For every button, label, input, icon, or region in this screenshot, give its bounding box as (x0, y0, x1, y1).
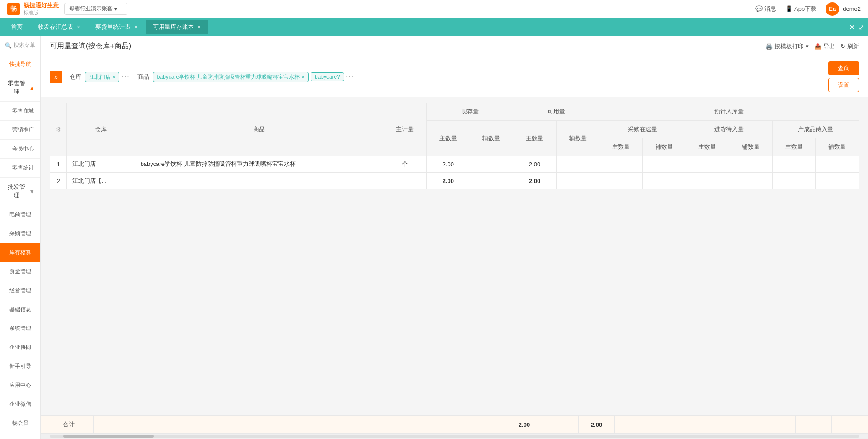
sidebar-item-wholesale-label: 批发管理 (5, 183, 27, 199)
sidebar-item-member[interactable]: 会员中心 (0, 140, 40, 159)
logo-area: 畅 畅捷通好生意 标准版 (7, 2, 59, 16)
row-2-production-aux (816, 173, 859, 189)
sidebar-item-app-center-label: 应用中心 (9, 382, 31, 389)
industry-select[interactable]: 母婴行业演示账套 ▾ (64, 3, 127, 15)
row-2-warehouse: 江北门店【... (67, 173, 135, 189)
sidebar-search[interactable]: 🔍 搜索菜单 (0, 36, 40, 55)
table-container: ⚙ 仓库 商品 主计量 现存量 可用量 预计入库量 主数量 辅数量 主数量 辅数… (41, 97, 868, 415)
sidebar-item-finance[interactable]: 资金管理 (0, 262, 40, 281)
footer-empty-1 (41, 416, 57, 434)
warehouse-tag-1-close[interactable]: × (113, 74, 115, 80)
scrollbar-thumb[interactable] (63, 435, 154, 438)
avatar-text: Ea (829, 5, 836, 12)
tab-stock-summary-close[interactable]: × (77, 24, 80, 30)
sidebar-item-collaboration[interactable]: 企业协同 (0, 338, 40, 357)
search-icon: 🔍 (5, 42, 12, 49)
sidebar-item-vip[interactable]: 畅会员 (0, 414, 40, 433)
sidebar-item-wholesale[interactable]: 批发管理 ▼ (0, 178, 40, 205)
row-1-unit: 个 (383, 156, 427, 173)
col-avail-aux-header: 辅数量 (556, 121, 599, 156)
footer-stock-main: 2.00 (506, 416, 542, 434)
page-header: 可用量查询(按仓库+商品) 🖨️ 按模板打印 ▾ 📤 导出 ↻ 刷新 (41, 36, 868, 57)
sidebar-item-basic-info[interactable]: 基础信息 (0, 300, 40, 319)
tab-available-stock-close[interactable]: × (198, 24, 201, 30)
product-label: 商品 (137, 73, 149, 81)
sidebar-item-newbie-label: 新手引导 (9, 363, 31, 370)
setting-button[interactable]: 设置 (828, 78, 859, 92)
footer-purchase-transit-main (651, 416, 687, 434)
tab-home[interactable]: 首页 (4, 20, 30, 34)
row-2-purchase-pending-main (686, 173, 729, 189)
table-settings-icon[interactable]: ⚙ (56, 126, 61, 133)
filter-toggle[interactable]: » (50, 71, 62, 83)
sidebar-item-retail-mall[interactable]: 零售商城 (0, 102, 40, 121)
logo-text: 畅捷通好生意 标准版 (24, 2, 59, 16)
tab-order-stats-close[interactable]: × (134, 24, 137, 30)
row-2-unit (383, 173, 427, 189)
industry-label: 母婴行业演示账套 (69, 5, 113, 13)
nav-close-icon[interactable]: ✕ (849, 23, 855, 32)
sidebar-item-marketing[interactable]: 营销推广 (0, 121, 40, 140)
tab-stock-summary[interactable]: 收发存汇总表 × (31, 20, 87, 34)
print-arrow: ▾ (806, 43, 809, 50)
row-2-stock-aux (470, 173, 513, 189)
industry-arrow: ▾ (114, 6, 117, 12)
query-button[interactable]: 查询 (828, 61, 859, 75)
warehouse-ellipsis[interactable]: ··· (121, 73, 130, 81)
refresh-label: 刷新 (847, 42, 859, 51)
sidebar-item-ecommerce-label: 电商管理 (9, 211, 31, 218)
sidebar-item-collaboration-label: 企业协同 (9, 344, 31, 351)
sidebar-item-retail[interactable]: 零售管理 ▲ (0, 74, 40, 102)
footer-row: 合计 2.00 2.00 (41, 416, 868, 434)
row-1-purchase-pending-main (686, 156, 729, 173)
app-download-button[interactable]: 📱 App下载 (785, 5, 816, 13)
sidebar-item-operations[interactable]: 经营管理 (0, 281, 40, 300)
tab-order-stats[interactable]: 要货单统计表 × (88, 20, 145, 34)
data-table: ⚙ 仓库 商品 主计量 现存量 可用量 预计入库量 主数量 辅数量 主数量 辅数… (50, 103, 859, 189)
product-tag-2[interactable]: babycare? (311, 72, 344, 81)
footer-label: 合计 (57, 416, 94, 434)
product-tag-1[interactable]: babycare学饮杯 儿童防摔防撞吸管杯重力球吸嘴杯宝宝水杯 × (153, 72, 309, 82)
message-button[interactable]: 💬 消息 (755, 5, 776, 13)
col-purchase-transit-header: 采购在途量 (599, 121, 686, 138)
col-purchase-transit-main: 主数量 (599, 138, 643, 156)
footer-avail-aux (615, 416, 651, 434)
sidebar-search-label: 搜索菜单 (14, 42, 35, 49)
row-1-purchase-transit-main (599, 156, 643, 173)
col-production-pending-main: 主数量 (772, 138, 816, 156)
refresh-button[interactable]: ↻ 刷新 (840, 42, 859, 51)
tab-available-stock[interactable]: 可用量库存账本 × (146, 20, 208, 34)
sidebar-item-ecommerce[interactable]: 电商管理 (0, 205, 40, 224)
message-icon: 💬 (755, 5, 763, 12)
col-warehouse-header: 仓库 (67, 103, 135, 156)
export-button[interactable]: 📤 导出 (814, 42, 835, 51)
sidebar-item-newbie[interactable]: 新手引导 (0, 357, 40, 376)
col-planned-header: 预计入库量 (599, 103, 859, 121)
print-button[interactable]: 🖨️ 按模板打印 ▾ (765, 42, 809, 51)
footer-stock-aux (542, 416, 579, 434)
footer-purchase-pending-main (723, 416, 760, 434)
sidebar-item-wechat[interactable]: 企业微信 (0, 395, 40, 414)
col-purchase-pending-header: 进货待入量 (686, 121, 772, 138)
brand-name: 畅捷通好生意 (24, 2, 59, 9)
sidebar-item-app-center[interactable]: 应用中心 (0, 376, 40, 395)
nav-expand-icon[interactable]: ⤢ (859, 23, 864, 32)
product-ellipsis[interactable]: ··· (346, 73, 354, 81)
bottom-scrollbar[interactable] (41, 434, 868, 439)
row-2-stock-main: 2.00 (427, 173, 470, 189)
sidebar-quick-nav[interactable]: 快捷导航 (0, 55, 40, 74)
sidebar-item-retail-stats[interactable]: 零售统计 (0, 159, 40, 178)
user-info[interactable]: Ea demo2 (826, 2, 861, 16)
col-stock-main-header: 主数量 (427, 121, 470, 156)
product-tag-1-close[interactable]: × (302, 74, 304, 80)
col-settings-header: ⚙ (50, 103, 67, 156)
row-1-product: babycare学饮杯 儿童防摔防撞吸管杯重力球吸嘴杯宝宝水杯 (135, 156, 383, 173)
sidebar-item-purchase[interactable]: 采购管理 (0, 224, 40, 243)
row-2-avail-main: 2.00 (513, 173, 557, 189)
sidebar-item-inventory[interactable]: 库存核算 (0, 243, 40, 262)
page-title: 可用量查询(按仓库+商品) (50, 42, 131, 51)
wholesale-arrow: ▼ (29, 188, 35, 195)
nav-tabs-right: ✕ ⤢ (849, 23, 864, 32)
warehouse-tag-1[interactable]: 江北门店 × (85, 72, 119, 82)
sidebar-item-system[interactable]: 系统管理 (0, 319, 40, 338)
